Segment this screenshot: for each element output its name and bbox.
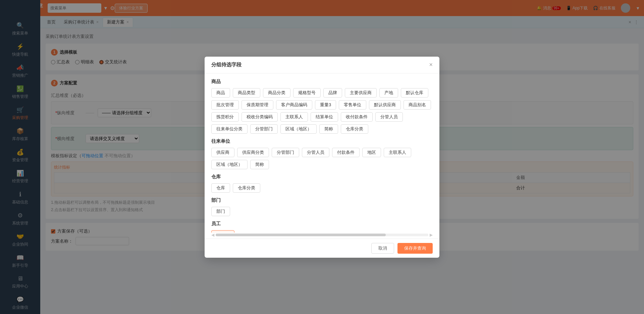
chip-product-alias[interactable]: 商品别名: [404, 100, 431, 110]
chip-pick-score[interactable]: 拣货积分: [211, 112, 239, 122]
chip-region-product[interactable]: 区域（地区）: [280, 124, 317, 134]
counterpart-chips: 供应商 供应商分类 分管部门 分管人员 付款条件 地区 主联系人 区域（地区） …: [211, 148, 433, 169]
chip-main-contact[interactable]: 主联系人: [280, 112, 308, 122]
dialog-scrollbar-area: ◀ ▶: [205, 233, 439, 239]
dialog-overlay: 分组待选字段 × 商品 商品 商品类型 商品分类 规格型号 品牌 主要供应商 产…: [0, 0, 644, 314]
chip-settlement-unit[interactable]: 结算单位: [311, 112, 338, 122]
employee-chips: 业务员: [211, 230, 433, 233]
chip-batch[interactable]: 批次管理: [211, 100, 239, 110]
section-title-product: 商品: [211, 79, 433, 85]
chip-main-contact2[interactable]: 主联系人: [384, 148, 411, 157]
chip-origin[interactable]: 产地: [379, 88, 398, 98]
section-title-counterpart: 往来单位: [211, 138, 433, 144]
chip-abbr2[interactable]: 简称: [250, 160, 269, 169]
chip-spec-model[interactable]: 规格型号: [293, 88, 321, 98]
dialog-title: 分组待选字段: [211, 62, 241, 68]
confirm-button[interactable]: 保存并查询: [397, 243, 433, 254]
chip-supplier[interactable]: 供应商: [211, 148, 234, 157]
chip-product[interactable]: 商品: [211, 88, 230, 98]
product-chips: 商品 商品类型 商品分类 规格型号 品牌 主要供应商 产地 默认仓库 批次管理 …: [211, 88, 433, 134]
cancel-button[interactable]: 取消: [371, 243, 394, 254]
chip-retail-unit[interactable]: 零售单位: [339, 100, 366, 110]
chip-abbreviation[interactable]: 简称: [319, 124, 338, 134]
chip-district[interactable]: 地区: [362, 148, 381, 157]
chip-warehouse-category[interactable]: 仓库分类: [341, 124, 368, 134]
chip-supplier-category[interactable]: 供应商分类: [237, 148, 269, 157]
dialog-footer: 取消 保存并查询: [205, 239, 439, 258]
field-select-dialog: 分组待选字段 × 商品 商品 商品类型 商品分类 规格型号 品牌 主要供应商 产…: [205, 57, 439, 258]
chip-department[interactable]: 部门: [211, 207, 230, 216]
dialog-body: 商品 商品 商品类型 商品分类 规格型号 品牌 主要供应商 产地 默认仓库 批次…: [205, 73, 439, 233]
chip-product-category[interactable]: 商品分类: [263, 88, 290, 98]
section-title-dept: 部门: [211, 197, 433, 203]
chip-supervisor[interactable]: 分管人员: [375, 112, 403, 122]
chip-counterpart-category[interactable]: 往来单位分类: [211, 124, 248, 134]
chip-product-type[interactable]: 商品类型: [233, 88, 260, 98]
chip-payment-terms[interactable]: 收付款条件: [341, 112, 373, 122]
chip-default-supplier[interactable]: 默认供应商: [369, 100, 401, 110]
section-title-warehouse: 仓库: [211, 174, 433, 180]
chip-tax-code[interactable]: 税收分类编码: [241, 112, 278, 122]
chip-salesperson[interactable]: 业务员: [211, 230, 234, 233]
chip-customer-code[interactable]: 客户商品编码: [276, 100, 312, 110]
scrollbar-thumb: [216, 234, 386, 236]
chip-dept2[interactable]: 分管部门: [272, 148, 299, 157]
dept-chips: 部门: [211, 207, 433, 216]
chip-region2[interactable]: 区域（地区）: [211, 160, 248, 169]
chip-warehouse[interactable]: 仓库: [211, 183, 230, 193]
chip-default-warehouse[interactable]: 默认仓库: [401, 88, 428, 98]
scroll-right-arrow[interactable]: ▶: [430, 233, 433, 237]
chip-weight[interactable]: 重量3: [315, 100, 336, 110]
section-title-employee: 员工: [211, 221, 433, 227]
chip-expiry[interactable]: 保质期管理: [241, 100, 273, 110]
warehouse-chips: 仓库 仓库分类: [211, 183, 433, 193]
chip-warehouse-cat[interactable]: 仓库分类: [233, 183, 260, 193]
chip-supervisor2[interactable]: 分管人员: [302, 148, 329, 157]
chip-brand[interactable]: 品牌: [323, 88, 342, 98]
chip-payment-condition[interactable]: 付款条件: [332, 148, 360, 157]
dialog-close-btn[interactable]: ×: [429, 61, 433, 68]
dialog-header: 分组待选字段 ×: [205, 57, 439, 73]
dialog-hscrollbar[interactable]: [216, 234, 428, 236]
chip-main-supplier[interactable]: 主要供应商: [345, 88, 377, 98]
scroll-left-arrow[interactable]: ◀: [211, 233, 214, 237]
chip-dept[interactable]: 分管部门: [250, 124, 278, 134]
